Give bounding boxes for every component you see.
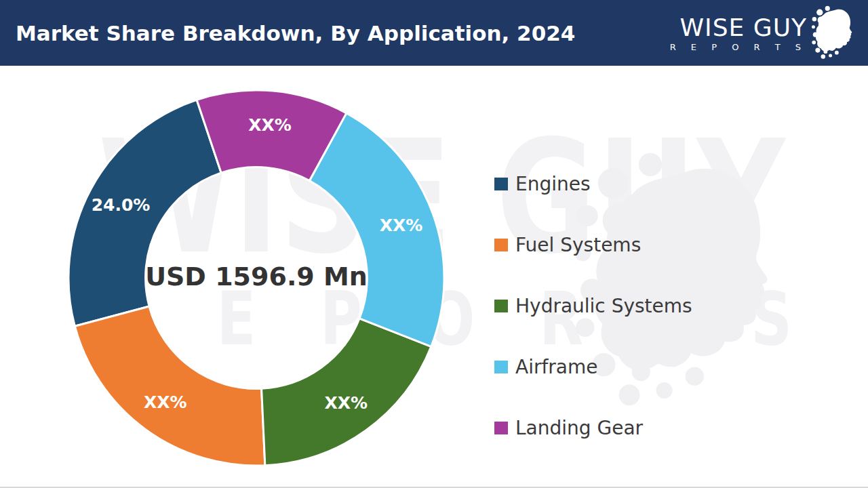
slice-value-label-landing-gear: XX% [248,115,292,135]
slice-value-label-airframe: XX% [380,216,423,235]
legend-item-landing-gear: Landing Gear [494,418,643,438]
legend-label-fuel-systems: Fuel Systems [515,234,641,256]
legend-label-engines: Engines [515,173,591,195]
legend-swatch-airframe [494,361,508,373]
legend-item-fuel-systems: Fuel Systems [494,235,641,255]
slice-fuel-systems [75,306,265,466]
legend-swatch-landing-gear [494,422,508,434]
legend-item-hydraulic-systems: Hydraulic Systems [494,296,692,316]
slice-hydraulic-systems [262,319,431,466]
slice-airframe [309,113,444,346]
legend-swatch-engines [494,178,508,190]
legend-item-airframe: Airframe [494,357,597,377]
chart-center-total: USD 1596.9 Mn [145,262,368,291]
donut-chart: 24.0%XX%XX%XX%XX% [0,0,868,488]
legend-swatch-fuel-systems [494,239,508,251]
slice-value-label-fuel-systems: XX% [144,392,187,412]
slice-value-label-hydraulic-systems: XX% [324,393,368,413]
legend-label-airframe: Airframe [515,356,597,378]
legend-label-landing-gear: Landing Gear [515,417,643,439]
slice-value-label-engines: 24.0% [92,195,151,215]
legend-label-hydraulic-systems: Hydraulic Systems [515,295,692,317]
legend-swatch-hydraulic-systems [494,300,508,312]
legend-item-engines: Engines [494,174,591,194]
